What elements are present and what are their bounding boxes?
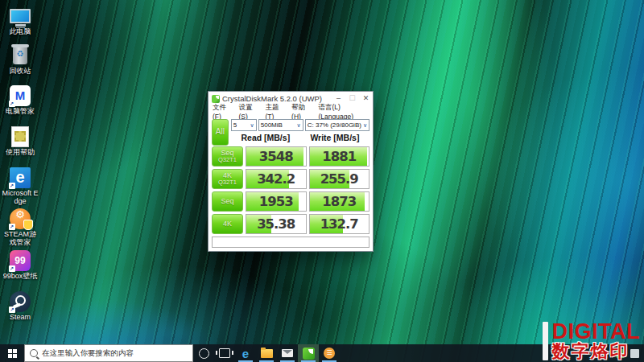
- taskbar-orange-app[interactable]: ☰: [319, 344, 340, 362]
- table-row-seq: Seq 1953 1873: [212, 191, 369, 212]
- orange-app-icon: ☰: [324, 348, 335, 359]
- taskbar-mail[interactable]: [277, 344, 298, 362]
- test-size-select[interactable]: 500MiB∨: [258, 119, 303, 131]
- watermark-bar: [543, 322, 548, 360]
- task-view-icon: [219, 348, 230, 358]
- all-test-button[interactable]: All: [212, 119, 229, 146]
- icon-label: 此电脑: [2, 27, 39, 35]
- table-row-4k: 4K 35.38 132.7: [212, 214, 369, 234]
- table-row-4k-q32t1: 4KQ32T1 342.2 255.9: [212, 169, 369, 189]
- app-icon: [212, 95, 220, 103]
- read-result-cell: 3548: [246, 146, 307, 167]
- cortana-icon: [199, 348, 209, 359]
- write-result-cell: 1873: [309, 191, 370, 212]
- seq-button[interactable]: Seq: [212, 191, 243, 212]
- pc-manager-icon: M↗: [10, 84, 31, 106]
- watermark-line2: 数字烙印: [552, 342, 640, 360]
- search-icon: [30, 349, 38, 357]
- file-explorer-icon: [261, 349, 273, 358]
- edge-icon: e: [242, 348, 249, 360]
- read-result-cell: 35.38: [246, 214, 307, 234]
- taskbar-file-explorer[interactable]: [256, 344, 277, 362]
- icon-label: Steam: [2, 313, 39, 321]
- help-icon: [10, 125, 31, 147]
- chevron-down-icon: ∨: [361, 122, 367, 129]
- cortana-button[interactable]: [193, 344, 214, 362]
- desktop-icon-steam-manager[interactable]: ⚙↗ STEAM游戏管家: [2, 208, 39, 246]
- write-result-cell: 1881: [309, 146, 370, 167]
- desktop-icon-99box[interactable]: 99↗ 99box壁纸: [2, 249, 39, 280]
- menu-settings[interactable]: 设置(S): [239, 103, 261, 121]
- crystaldiskmark-icon: [303, 348, 315, 360]
- 4k-q32t1-button[interactable]: 4KQ32T1: [212, 169, 243, 189]
- seq-q32t1-button[interactable]: SeqQ32T1: [212, 146, 243, 167]
- mail-icon: [282, 349, 293, 357]
- chevron-down-icon: ∨: [295, 122, 301, 129]
- watermark-line1: DIGITAL: [552, 322, 640, 342]
- watermark: DIGITAL 数字烙印: [543, 322, 640, 360]
- start-button[interactable]: [0, 344, 24, 362]
- steam-icon: ↗: [10, 290, 31, 312]
- window-title: CrystalDiskMark 5.2.0 (UWP): [222, 94, 332, 103]
- steam-manager-icon: ⚙↗: [10, 208, 31, 229]
- icon-label: Microsoft Edge: [2, 189, 39, 205]
- read-column-header: Read [MB/s]: [231, 133, 300, 142]
- desktop-icon-this-pc[interactable]: 此电脑: [2, 5, 39, 35]
- menu-language[interactable]: 语言(L)(Language): [319, 103, 374, 121]
- test-count-select[interactable]: 5∨: [231, 119, 257, 131]
- menu-file[interactable]: 文件(F): [213, 103, 234, 121]
- desktop-icon-help[interactable]: 使用帮助: [2, 125, 39, 156]
- menu-bar: 文件(F) 设置(S) 主题(T) 帮助(H) 语言(L)(Language): [208, 105, 373, 117]
- task-view-button[interactable]: [214, 344, 235, 362]
- desktop-icon-recycle-bin[interactable]: 回收站: [2, 44, 39, 75]
- chevron-down-icon: ∨: [249, 122, 254, 129]
- taskbar-crystaldiskmark[interactable]: [298, 344, 319, 362]
- menu-help[interactable]: 帮助(H): [291, 103, 313, 121]
- icon-label: 电脑管家: [2, 107, 39, 115]
- edge-icon: e↗: [10, 167, 31, 188]
- write-result-cell: 132.7: [309, 214, 370, 234]
- 99box-icon: 99↗: [10, 249, 31, 271]
- windows-logo-icon: [8, 349, 17, 358]
- search-placeholder: 在这里输入你要搜索的内容: [42, 348, 134, 359]
- icon-label: 99box壁纸: [2, 272, 39, 280]
- desktop-icon-edge[interactable]: e↗ Microsoft Edge: [2, 167, 39, 205]
- icon-label: 使用帮助: [2, 148, 39, 156]
- icon-label: STEAM游戏管家: [2, 230, 39, 246]
- icon-label: 回收站: [2, 67, 39, 75]
- read-result-cell: 342.2: [246, 169, 307, 189]
- results-table: SeqQ32T1 3548 1881 4KQ32T1 342.2 255.9: [208, 146, 373, 234]
- recycle-bin-icon: [10, 44, 31, 66]
- desktop-icon-pc-manager[interactable]: M↗ 电脑管家: [2, 84, 39, 115]
- table-row-seq-q32t1: SeqQ32T1 3548 1881: [212, 146, 369, 167]
- this-pc-icon: [10, 5, 31, 27]
- comment-field[interactable]: [212, 237, 369, 248]
- menu-theme[interactable]: 主题(T): [266, 103, 287, 121]
- taskbar-search-input[interactable]: 在这里输入你要搜索的内容: [24, 344, 193, 362]
- 4k-button[interactable]: 4K: [212, 214, 243, 234]
- desktop-icon-steam[interactable]: ↗ Steam: [2, 290, 39, 321]
- drive-select[interactable]: C: 37% (29/80GiB)∨: [305, 119, 369, 131]
- write-column-header: Write [MB/s]: [300, 133, 369, 142]
- taskbar-edge[interactable]: e: [235, 344, 256, 362]
- read-result-cell: 1953: [246, 191, 307, 212]
- write-result-cell: 255.9: [309, 169, 370, 189]
- crystaldiskmark-window: CrystalDiskMark 5.2.0 (UWP) – ☐ ✕ 文件(F) …: [208, 91, 374, 252]
